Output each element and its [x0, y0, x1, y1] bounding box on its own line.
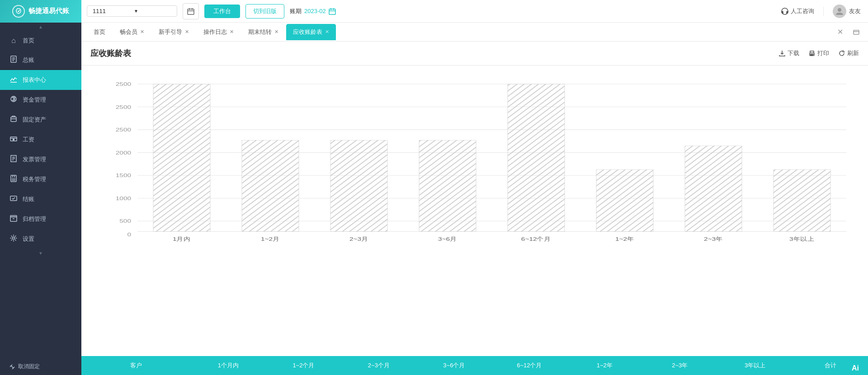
- tab-member-close[interactable]: ✕: [140, 29, 144, 34]
- sidebar-item-invoice[interactable]: 发票管理: [0, 150, 81, 169]
- ledger-icon: [9, 56, 18, 65]
- page-header: 应收账龄表 下载: [81, 42, 868, 66]
- funds-icon: [9, 95, 18, 104]
- bar-6-12月: [508, 84, 565, 231]
- svg-rect-4: [329, 9, 335, 14]
- svg-text:1月内: 1月内: [173, 236, 191, 242]
- svg-point-33: [13, 237, 15, 239]
- home-icon: ⌂: [9, 37, 18, 45]
- tab-oplog[interactable]: 操作日志 ✕: [197, 24, 241, 40]
- print-label: 打印: [817, 49, 829, 57]
- tab-aging[interactable]: 应收账龄表 ✕: [286, 24, 336, 40]
- svg-text:500: 500: [119, 218, 131, 224]
- tab-aging-close[interactable]: ✕: [325, 29, 329, 34]
- support-button[interactable]: 人工咨询: [781, 7, 814, 15]
- period-calendar-icon[interactable]: [329, 8, 336, 15]
- period-area: 账期 2023-02: [290, 7, 336, 15]
- tab-yearend[interactable]: 期末结转 ✕: [241, 24, 285, 40]
- scroll-down-indicator[interactable]: ▼: [0, 249, 81, 258]
- content-area: 首页 畅会员 ✕ 新手引导 ✕ 操作日志 ✕ 期末结转 ✕ 应收账龄表 ✕: [81, 23, 868, 375]
- svg-rect-24: [11, 175, 16, 182]
- svg-text:3~6月: 3~6月: [438, 236, 457, 242]
- chart-container: 2500 2500 2500 2000 1500 1000 500 0: [81, 66, 868, 356]
- print-button[interactable]: 打印: [808, 49, 829, 57]
- tab-member-label: 畅会员: [120, 28, 137, 36]
- sidebar-item-assets[interactable]: 固定资产: [0, 110, 81, 130]
- svg-rect-31: [10, 216, 17, 217]
- support-label: 人工咨询: [791, 7, 814, 15]
- logo: 畅捷通易代账: [0, 0, 81, 23]
- svg-rect-37: [854, 30, 859, 34]
- refresh-button[interactable]: 刷新: [838, 49, 859, 57]
- table-header: 客户 1个月内 1~2个月 2~3个月 3~6个月 6~12个月 1~2年 2~…: [81, 356, 868, 375]
- aging-chart: 2500 2500 2500 2000 1500 1000 500 0: [99, 75, 859, 255]
- sidebar-item-archive[interactable]: 归档管理: [0, 209, 81, 229]
- workbench-button[interactable]: 工作台: [204, 5, 240, 18]
- sidebar-item-salary[interactable]: 工资: [0, 130, 81, 150]
- svg-text:6~12个月: 6~12个月: [521, 236, 551, 242]
- sidebar-item-checkout[interactable]: 结账: [0, 189, 81, 209]
- scroll-up-indicator[interactable]: ▲: [0, 23, 81, 31]
- tab-guide-close[interactable]: ✕: [185, 29, 189, 34]
- svg-text:0: 0: [127, 232, 131, 238]
- settings-icon: [9, 234, 18, 244]
- sidebar: ▲ ⌂ 首页 总账 报表中心: [0, 23, 81, 375]
- tab-home-label: 首页: [94, 28, 105, 36]
- sidebar-item-label: 归档管理: [23, 215, 46, 223]
- sidebar-pin-button[interactable]: 取消固定: [0, 358, 81, 375]
- page-actions: 下载 打印: [778, 49, 859, 57]
- col-2-3month: 2~3个月: [341, 361, 416, 370]
- logo-icon: [12, 5, 25, 18]
- sidebar-item-label: 总账: [23, 56, 34, 64]
- tab-oplog-close[interactable]: ✕: [230, 29, 234, 34]
- period-label: 账期: [290, 7, 302, 15]
- svg-text:1500: 1500: [116, 173, 132, 178]
- sidebar-item-funds[interactable]: 资金管理: [0, 90, 81, 110]
- ai-badge[interactable]: Ai: [843, 361, 868, 375]
- chevron-down-icon: ▼: [134, 9, 171, 14]
- download-button[interactable]: 下载: [778, 49, 799, 57]
- tab-guide[interactable]: 新手引导 ✕: [152, 24, 196, 40]
- svg-rect-41: [811, 55, 812, 56]
- sidebar-item-label: 首页: [23, 37, 34, 45]
- sidebar-item-settings[interactable]: 设置: [0, 229, 81, 249]
- sidebar-item-home[interactable]: ⌂ 首页: [0, 31, 81, 50]
- svg-rect-30: [10, 217, 17, 221]
- download-icon: [778, 50, 786, 57]
- user-name: 友友: [849, 7, 861, 15]
- svg-rect-40: [811, 54, 813, 55]
- bar-2-3年: [685, 146, 742, 231]
- col-1-2year: 1~2年: [567, 361, 642, 370]
- svg-text:1000: 1000: [116, 196, 132, 202]
- col-3-6month: 3~6个月: [416, 361, 491, 370]
- tabs-controls: ✕: [834, 26, 863, 38]
- refresh-label: 刷新: [847, 49, 859, 57]
- period-value: 2023-02: [304, 8, 326, 14]
- sidebar-item-report[interactable]: 报表中心: [0, 70, 81, 90]
- sidebar-item-label: 资金管理: [23, 96, 46, 104]
- sidebar-item-tax[interactable]: 税务管理: [0, 169, 81, 189]
- sidebar-item-ledger[interactable]: 总账: [0, 50, 81, 70]
- col-2-3year: 2~3年: [642, 361, 717, 370]
- report-icon: [9, 75, 18, 84]
- tab-home[interactable]: 首页: [87, 24, 112, 40]
- user-menu[interactable]: 友友: [833, 5, 861, 18]
- archive-icon: [9, 215, 18, 224]
- page-title: 应收账龄表: [90, 48, 131, 59]
- pin-label: 取消固定: [18, 363, 40, 370]
- tab-yearend-close[interactable]: ✕: [274, 29, 278, 34]
- sidebar-item-label: 发票管理: [23, 155, 46, 164]
- sidebar-item-label: 税务管理: [23, 175, 46, 183]
- company-selector[interactable]: 1111 ▼: [87, 5, 177, 17]
- close-all-tabs-button[interactable]: ✕: [834, 26, 846, 38]
- col-customer: 客户: [81, 361, 191, 370]
- svg-text:2000: 2000: [116, 150, 132, 156]
- company-name: 1111: [93, 8, 130, 14]
- maximize-button[interactable]: [850, 26, 863, 38]
- calendar-icon-btn[interactable]: [183, 3, 199, 19]
- svg-rect-0: [188, 9, 194, 14]
- tab-member[interactable]: 畅会员 ✕: [113, 24, 151, 40]
- switch-version-button[interactable]: 切到旧版: [245, 4, 284, 19]
- tax-icon: [9, 175, 18, 184]
- logo-text: 畅捷通易代账: [28, 7, 69, 15]
